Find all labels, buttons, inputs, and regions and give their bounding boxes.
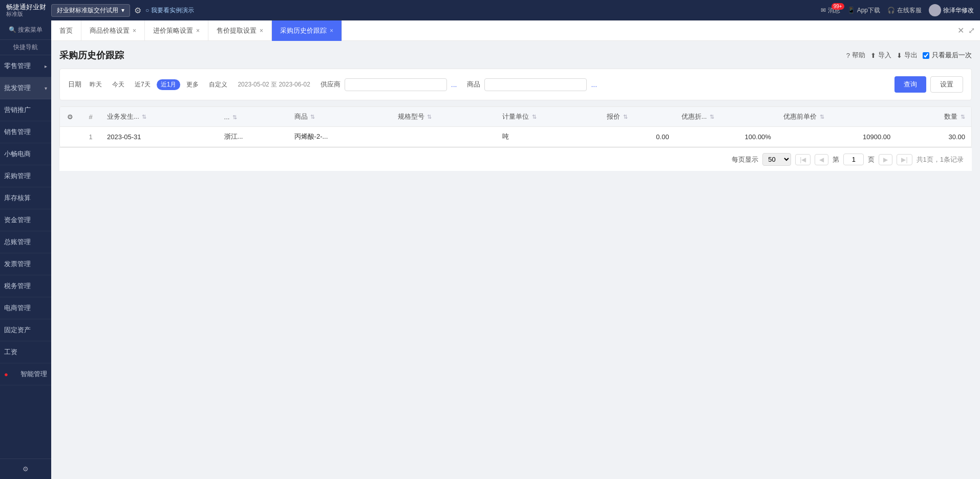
- date-btn-today[interactable]: 今天: [108, 79, 129, 90]
- dot-icon: ●: [4, 371, 8, 378]
- th-discount[interactable]: 优惠折... ⇅: [675, 107, 777, 127]
- main-layout: 🔍 搜索菜单 快捷导航 零售管理 ▸ 批发管理 ▾ 营销推广 销售管理 小畅电商…: [0, 20, 980, 479]
- search-icon: 🔍: [9, 26, 16, 33]
- tab-expand-btn[interactable]: ⤢: [968, 26, 975, 35]
- sidebar-item-ledger[interactable]: 总账管理: [0, 231, 51, 253]
- tab-sale-extract[interactable]: 售价提取设置 ×: [208, 20, 272, 41]
- sidebar-item-payroll[interactable]: 工资: [0, 341, 51, 363]
- per-page-select[interactable]: 10 20 50 100: [762, 153, 791, 166]
- th-unit[interactable]: 计量单位 ⇅: [496, 107, 601, 127]
- supplier-more-btn[interactable]: ...: [451, 80, 457, 89]
- version-selector[interactable]: 好业财标准版交付试用 ▾: [51, 4, 130, 17]
- chevron-right-icon: ▸: [45, 63, 47, 69]
- sidebar-item-finance[interactable]: 资金管理: [0, 209, 51, 231]
- import-icon: ⬆: [870, 52, 876, 59]
- only-last-checkbox-group: 只看最后一次: [923, 51, 972, 60]
- cell-quantity: 30.00: [897, 127, 971, 147]
- cell-date: 2023-05-31: [101, 127, 218, 147]
- sidebar-search[interactable]: 🔍 搜索菜单: [0, 20, 51, 40]
- import-btn[interactable]: ⬆ 导入: [870, 51, 891, 60]
- cell-discount: 100.00%: [675, 127, 777, 147]
- tab-close-window-btn[interactable]: ✕: [957, 26, 964, 35]
- top-bar: 畅捷通好业财 标准版 好业财标准版交付试用 ▾ ⚙ ○ 我要看实例演示 ✉ 消息…: [0, 0, 980, 20]
- th-date[interactable]: 业务发生... ⇅: [101, 107, 218, 127]
- first-page-btn[interactable]: |◀: [795, 154, 811, 165]
- sidebar-item-invoice[interactable]: 发票管理: [0, 253, 51, 275]
- settings-icon[interactable]: ⚙: [134, 6, 141, 15]
- th-spec[interactable]: 规格型号 ⇅: [392, 107, 496, 127]
- settings-button[interactable]: 设置: [930, 76, 963, 93]
- sidebar-item-inventory[interactable]: 库存核算: [0, 187, 51, 209]
- sidebar-item-tax[interactable]: 税务管理: [0, 275, 51, 297]
- sidebar-item-ai[interactable]: ● 智能管理: [0, 363, 51, 385]
- prev-page-btn[interactable]: ◀: [815, 154, 828, 165]
- sidebar-item-sales[interactable]: 销售管理: [0, 121, 51, 143]
- headset-icon: 🎧: [887, 7, 895, 14]
- top-bar-middle: 好业财标准版交付试用 ▾ ⚙ ○ 我要看实例演示: [51, 4, 194, 17]
- sidebar-item-marketing[interactable]: 营销推广: [0, 99, 51, 121]
- export-btn[interactable]: ⬇ 导出: [897, 51, 918, 60]
- date-btn-yesterday[interactable]: 昨天: [86, 79, 106, 90]
- page-suffix: 页: [868, 155, 875, 164]
- th-product[interactable]: 商品 ⇅: [288, 107, 392, 127]
- product-more-btn[interactable]: ...: [591, 80, 597, 89]
- last-page-btn[interactable]: ▶|: [897, 154, 912, 165]
- cell-extra: 浙江...: [218, 127, 288, 147]
- cell-spec: [392, 127, 496, 147]
- messages-btn[interactable]: ✉ 消息 99+: [821, 6, 840, 15]
- supplier-input[interactable]: [345, 78, 447, 91]
- date-btn-7days[interactable]: 近7天: [131, 79, 155, 90]
- app-download-btn[interactable]: 📱 App下载: [847, 6, 880, 15]
- sidebar-item-wholesale[interactable]: 批发管理 ▾: [0, 77, 51, 99]
- chevron-down-icon: ▾: [121, 7, 124, 14]
- sidebar-item-ecom[interactable]: 电商管理: [0, 297, 51, 319]
- date-btn-1month[interactable]: 近1月: [157, 79, 181, 90]
- th-gear[interactable]: ⚙: [60, 107, 80, 127]
- tab-purchase-strategy[interactable]: 进价策略设置 ×: [145, 20, 208, 41]
- th-num: #: [80, 107, 101, 127]
- page-title: 采购历史价跟踪: [59, 49, 124, 61]
- user-avatar[interactable]: 徐泽华修改: [929, 4, 974, 16]
- date-btn-more[interactable]: 更多: [182, 79, 203, 90]
- online-service-btn[interactable]: 🎧 在线客服: [887, 6, 922, 15]
- sidebar-item-ecom-small[interactable]: 小畅电商: [0, 143, 51, 165]
- data-table: ⚙ # 业务发生... ⇅ ... ⇅ 商品 ⇅ 规格型号 ⇅ 计量单位 ⇅ 报…: [60, 107, 971, 147]
- cell-prediscount-price: 10900.00: [777, 127, 897, 147]
- page-label: 第: [833, 155, 839, 164]
- tab-price-settings[interactable]: 商品价格设置 ×: [81, 20, 145, 41]
- page-input[interactable]: [843, 154, 864, 165]
- total-info: 共1页，1条记录: [917, 155, 964, 164]
- sidebar-item-purchase[interactable]: 采购管理: [0, 165, 51, 187]
- th-quantity[interactable]: 数量 ⇅: [897, 107, 971, 127]
- date-btn-custom[interactable]: 自定义: [205, 79, 231, 90]
- th-prediscount-price[interactable]: 优惠前单价 ⇅: [777, 107, 897, 127]
- sidebar-item-assets[interactable]: 固定资产: [0, 319, 51, 341]
- tab-close-price[interactable]: ×: [133, 27, 136, 34]
- only-last-checkbox[interactable]: [923, 52, 929, 59]
- content-area: 首页 商品价格设置 × 进价策略设置 × 售价提取设置 × 采购历史价跟踪 × …: [51, 20, 980, 479]
- page-header-actions: ? 帮助 ⬆ 导入 ⬇ 导出 只看最后一次: [846, 51, 972, 60]
- filter-product: 商品 ...: [467, 78, 597, 91]
- help-btn[interactable]: ? 帮助: [846, 51, 865, 60]
- cell-product: 丙烯酸-2-...: [288, 127, 392, 147]
- tab-actions: ✕ ⤢: [952, 26, 980, 35]
- filter-date: 日期 昨天 今天 近7天 近1月 更多 自定义 2023-05-02 至 202…: [68, 79, 310, 90]
- query-button[interactable]: 查询: [894, 76, 926, 93]
- tab-bar: 首页 商品价格设置 × 进价策略设置 × 售价提取设置 × 采购历史价跟踪 × …: [51, 20, 980, 41]
- tab-history-price[interactable]: 采购历史价跟踪 ×: [272, 20, 342, 41]
- tab-close-history[interactable]: ×: [330, 27, 333, 34]
- date-range-display: 2023-05-02 至 2023-06-02: [238, 80, 310, 89]
- sidebar-item-retail[interactable]: 零售管理 ▸: [0, 55, 51, 77]
- sidebar-quick-nav[interactable]: 快捷导航: [0, 40, 51, 55]
- tab-close-strategy[interactable]: ×: [196, 27, 200, 34]
- cell-num: 1: [80, 127, 101, 147]
- th-extra[interactable]: ... ⇅: [218, 107, 288, 127]
- demo-link[interactable]: ○ 我要看实例演示: [145, 6, 194, 15]
- tab-close-extract[interactable]: ×: [260, 27, 263, 34]
- tab-home[interactable]: 首页: [51, 20, 81, 41]
- product-input[interactable]: [484, 78, 587, 91]
- question-icon: ?: [846, 52, 850, 59]
- sidebar-settings-gear[interactable]: ⚙: [0, 459, 51, 479]
- next-page-btn[interactable]: ▶: [879, 154, 892, 165]
- th-price[interactable]: 报价 ⇅: [601, 107, 675, 127]
